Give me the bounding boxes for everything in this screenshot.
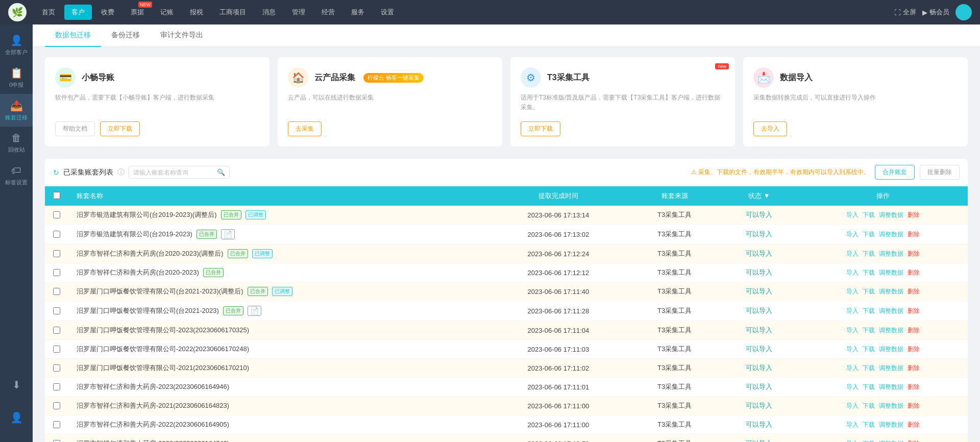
action-调整数据[interactable]: 调整数据 (879, 327, 903, 334)
search-icon[interactable]: 🔍 (217, 168, 225, 176)
nav-service[interactable]: 服务 (344, 5, 372, 20)
refresh-icon[interactable]: ↻ (53, 168, 59, 177)
action-下载[interactable]: 下载 (863, 421, 875, 428)
vip-button[interactable]: ▶ 畅会员 (922, 8, 949, 17)
tab-data-migrate[interactable]: 数据包迁移 (45, 24, 101, 47)
fullscreen-button[interactable]: ⛶ 全屏 (894, 8, 916, 17)
action-下载[interactable]: 下载 (863, 346, 875, 353)
nav-settings[interactable]: 设置 (374, 5, 401, 20)
action-调整数据[interactable]: 调整数据 (879, 383, 903, 390)
row-checkbox[interactable] (53, 364, 60, 372)
action-调整数据[interactable]: 调整数据 (879, 402, 903, 409)
tab-backup-migrate[interactable]: 备份迁移 (101, 24, 150, 47)
action-导入[interactable]: 导入 (846, 440, 859, 443)
action-删除[interactable]: 删除 (908, 269, 920, 276)
action-调整数据[interactable]: 调整数据 (879, 346, 903, 353)
row-checkbox[interactable] (53, 346, 60, 353)
action-下载[interactable]: 下载 (863, 383, 875, 390)
merge-button[interactable]: 合并账套 (875, 165, 915, 180)
nav-home[interactable]: 首页 (35, 5, 62, 20)
row-checkbox[interactable] (53, 231, 60, 238)
action-删除[interactable]: 删除 (908, 307, 920, 314)
nav-client[interactable]: 客户 (64, 5, 92, 20)
action-下载[interactable]: 下载 (863, 440, 875, 443)
row-checkbox[interactable] (53, 269, 60, 276)
action-导入[interactable]: 导入 (846, 346, 859, 353)
action-导入[interactable]: 导入 (846, 250, 859, 257)
avatar[interactable] (955, 4, 972, 20)
action-调整数据[interactable]: 调整数据 (879, 307, 903, 314)
row-checkbox[interactable] (53, 327, 60, 334)
action-调整数据[interactable]: 调整数据 (879, 269, 903, 276)
action-下载[interactable]: 下载 (863, 364, 875, 372)
action-调整数据[interactable]: 调整数据 (879, 231, 903, 238)
nav-biz[interactable]: 工商项目 (212, 5, 253, 20)
download-now-button-1[interactable]: 立即下载 (100, 121, 140, 136)
action-下载[interactable]: 下载 (863, 327, 875, 334)
row-checkbox[interactable] (53, 211, 60, 218)
action-删除[interactable]: 删除 (908, 288, 920, 295)
action-下载[interactable]: 下载 (863, 211, 875, 218)
nav-invoice[interactable]: 票据 new (124, 5, 151, 20)
action-调整数据[interactable]: 调整数据 (879, 211, 903, 218)
sidebar-item-account-migrate[interactable]: 📤 账套迁移 (0, 94, 33, 127)
action-导入[interactable]: 导入 (846, 211, 859, 218)
action-删除[interactable]: 删除 (908, 231, 920, 238)
row-checkbox[interactable] (53, 421, 60, 428)
nav-msg[interactable]: 消息 (255, 5, 283, 20)
action-下载[interactable]: 下载 (863, 288, 875, 295)
sidebar-item-user-profile[interactable]: 👤 (0, 401, 33, 434)
action-导入[interactable]: 导入 (846, 364, 859, 372)
action-删除[interactable]: 删除 (908, 383, 920, 390)
action-调整数据[interactable]: 调整数据 (879, 288, 903, 295)
tab-audit-export[interactable]: 审计文件导出 (150, 24, 213, 47)
sidebar-item-zero-report[interactable]: 📋 0申报 (0, 61, 33, 94)
action-导入[interactable]: 导入 (846, 383, 859, 390)
action-下载[interactable]: 下载 (863, 402, 875, 409)
action-导入[interactable]: 导入 (846, 269, 859, 276)
action-删除[interactable]: 删除 (908, 364, 920, 372)
action-删除[interactable]: 删除 (908, 327, 920, 334)
row-checkbox[interactable] (53, 288, 60, 295)
sidebar-item-all-client[interactable]: 👤 全部客户 (0, 29, 33, 61)
action-下载[interactable]: 下载 (863, 269, 875, 276)
action-导入[interactable]: 导入 (846, 288, 859, 295)
action-导入[interactable]: 导入 (846, 402, 859, 409)
action-调整数据[interactable]: 调整数据 (879, 364, 903, 372)
action-调整数据[interactable]: 调整数据 (879, 250, 903, 257)
action-删除[interactable]: 删除 (908, 211, 920, 218)
action-删除[interactable]: 删除 (908, 440, 920, 443)
batch-delete-button[interactable]: 批量删除 (920, 165, 960, 180)
action-删除[interactable]: 删除 (908, 250, 920, 257)
nav-tax[interactable]: 报税 (183, 5, 210, 20)
go-collect-button[interactable]: 去采集 (288, 121, 322, 136)
action-下载[interactable]: 下载 (863, 250, 875, 257)
action-导入[interactable]: 导入 (846, 231, 859, 238)
sidebar-item-download[interactable]: ⬇ (0, 369, 33, 401)
action-删除[interactable]: 删除 (908, 402, 920, 409)
nav-fee[interactable]: 收费 (94, 5, 121, 20)
action-导入[interactable]: 导入 (846, 307, 859, 314)
row-checkbox[interactable] (53, 307, 60, 314)
search-input[interactable] (133, 169, 215, 176)
nav-mgmt[interactable]: 管理 (285, 5, 312, 20)
action-删除[interactable]: 删除 (908, 421, 920, 428)
row-checkbox[interactable] (53, 402, 60, 409)
row-checkbox[interactable] (53, 250, 60, 257)
action-下载[interactable]: 下载 (863, 307, 875, 314)
action-导入[interactable]: 导入 (846, 327, 859, 334)
sidebar-item-tag-settings[interactable]: 🏷 标签设置 (0, 159, 33, 192)
action-下载[interactable]: 下载 (863, 231, 875, 238)
download-now-button-3[interactable]: 立即下载 (521, 121, 560, 136)
nav-account[interactable]: 记账 (153, 5, 181, 20)
select-all-checkbox[interactable] (53, 192, 60, 199)
row-checkbox[interactable] (53, 440, 60, 442)
nav-ops[interactable]: 经营 (314, 5, 342, 20)
help-doc-button[interactable]: 帮助文档 (55, 121, 95, 136)
help-icon[interactable]: ⓘ (117, 168, 125, 177)
sidebar-item-recycle[interactable]: 🗑 回收站 (0, 127, 33, 159)
go-import-button[interactable]: 去导入 (753, 121, 787, 136)
row-checkbox[interactable] (53, 383, 60, 390)
action-调整数据[interactable]: 调整数据 (879, 440, 903, 443)
action-删除[interactable]: 删除 (908, 346, 920, 353)
